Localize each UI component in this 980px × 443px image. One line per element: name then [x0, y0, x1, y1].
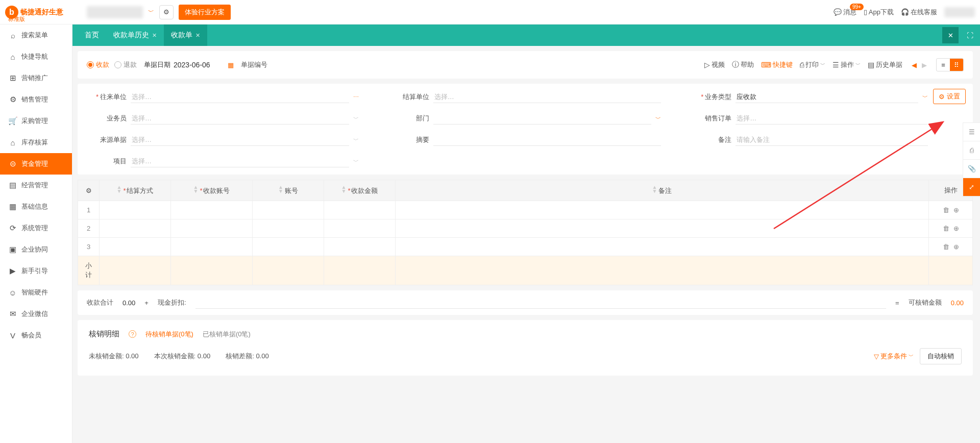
- sidebar-item-9[interactable]: ⟳系统管理: [0, 217, 72, 239]
- close-all-tabs-button[interactable]: ✕: [942, 27, 959, 43]
- delete-icon[interactable]: 🗑: [943, 206, 949, 214]
- print-link[interactable]: ⎙打印﹀: [800, 60, 825, 69]
- sidebar-item-6[interactable]: ⊝资金管理: [0, 153, 72, 175]
- cell-amount[interactable]: [324, 219, 396, 238]
- float-attach-button[interactable]: 📎: [963, 160, 980, 178]
- cell-settle[interactable]: [100, 201, 171, 219]
- cell-acctno[interactable]: [253, 219, 324, 238]
- cash-discount-input[interactable]: [195, 297, 887, 309]
- settle-unit-input[interactable]: [433, 91, 662, 103]
- shortcut-link[interactable]: ⌨快捷键: [761, 60, 793, 69]
- sales-order-input[interactable]: [736, 112, 928, 125]
- sidebar-item-14[interactable]: V畅会员: [0, 325, 72, 346]
- delete-icon[interactable]: 🗑: [943, 225, 949, 232]
- trial-industry-button[interactable]: 体验行业方案: [179, 5, 231, 20]
- float-expand-button[interactable]: ⤢: [963, 178, 980, 196]
- sidebar-item-7[interactable]: ▤经营管理: [0, 175, 72, 196]
- help-icon[interactable]: ?: [129, 330, 136, 338]
- radio-receive[interactable]: 收款: [87, 60, 109, 69]
- sidebar-item-13[interactable]: ✉企业微信: [0, 303, 72, 325]
- nav-prev-button[interactable]: ◀: [910, 61, 919, 69]
- sidebar-item-5[interactable]: ⌂库存核算: [0, 132, 72, 153]
- cell-acctno[interactable]: [253, 201, 324, 219]
- sidebar-item-12[interactable]: ☺智能硬件: [0, 282, 72, 303]
- add-row-icon[interactable]: ⊕: [953, 225, 959, 232]
- nav-next-button[interactable]: ▶: [920, 61, 929, 69]
- tab-0[interactable]: 首页: [78, 24, 106, 46]
- add-row-icon[interactable]: ⊕: [953, 243, 959, 251]
- verify-tab-pending[interactable]: 待核销单据(0笔): [145, 330, 193, 339]
- chevron-down-icon[interactable]: ﹀: [353, 136, 359, 144]
- table-row[interactable]: 2🗑⊕: [78, 219, 973, 238]
- project-input[interactable]: [131, 155, 349, 167]
- remark-input[interactable]: [736, 134, 928, 146]
- video-link[interactable]: ▷视频: [704, 60, 725, 69]
- cell-settle[interactable]: [100, 219, 171, 238]
- online-support-link[interactable]: 🎧 在线客服: [901, 8, 937, 17]
- table-row[interactable]: 1🗑⊕: [78, 201, 973, 219]
- sidebar-item-11[interactable]: ▶新手引导: [0, 260, 72, 282]
- cell-amount[interactable]: [324, 238, 396, 256]
- cell-acct[interactable]: [171, 219, 253, 238]
- radio-refund[interactable]: 退款: [114, 60, 137, 69]
- sidebar-item-1[interactable]: ⌂快捷导航: [0, 46, 72, 67]
- view-list-button[interactable]: ≡: [937, 59, 950, 71]
- chevron-down-icon[interactable]: ﹀: [353, 158, 359, 165]
- verify-tab-done[interactable]: 已核销单据(0笔): [203, 330, 251, 339]
- tab-2[interactable]: 收款单✕: [164, 24, 207, 46]
- col-receipt-account[interactable]: ▲▼*收款账号: [171, 180, 253, 201]
- float-draft-button[interactable]: ☰: [963, 123, 980, 141]
- add-row-icon[interactable]: ⊕: [953, 206, 959, 214]
- history-link[interactable]: ▤历史单据: [868, 60, 902, 69]
- messages-link[interactable]: 💬 消息 99+: [834, 8, 856, 17]
- table-row[interactable]: 3🗑⊕: [78, 238, 973, 256]
- chevron-down-icon[interactable]: ﹀: [922, 93, 928, 101]
- chevron-down-icon[interactable]: ﹀: [148, 8, 154, 16]
- close-icon[interactable]: ✕: [152, 32, 157, 39]
- col-account-no[interactable]: ▲▼账号: [253, 180, 324, 201]
- cell-acctno[interactable]: [253, 238, 324, 256]
- settings-button[interactable]: ⚙ 设置: [933, 89, 966, 104]
- sidebar-item-0[interactable]: ⌕搜索菜单: [0, 24, 72, 46]
- col-settle-method[interactable]: ▲▼*结算方式: [100, 180, 171, 201]
- cell-acct[interactable]: [171, 201, 253, 219]
- sidebar-item-10[interactable]: ▣企业协同: [0, 239, 72, 260]
- cell-remark[interactable]: [396, 201, 929, 219]
- operate-link[interactable]: ☰操作﹀: [832, 60, 861, 69]
- col-remark[interactable]: ▲▼备注: [396, 180, 929, 201]
- table-config-header[interactable]: ⚙: [78, 180, 100, 201]
- dept-input[interactable]: [433, 112, 652, 125]
- cell-settle[interactable]: [100, 238, 171, 256]
- biz-type-input[interactable]: [736, 91, 918, 103]
- cell-acct[interactable]: [171, 238, 253, 256]
- more-icon[interactable]: ⋯: [353, 94, 359, 101]
- col-amount[interactable]: ▲▼*收款金额: [324, 180, 396, 201]
- cell-remark[interactable]: [396, 238, 929, 256]
- close-icon[interactable]: ✕: [195, 32, 200, 39]
- calendar-icon[interactable]: ▦: [228, 61, 234, 69]
- chevron-down-icon[interactable]: ﹀: [655, 115, 661, 122]
- sidebar-item-2[interactable]: ⊞营销推广: [0, 67, 72, 89]
- sidebar-item-3[interactable]: ⚙销售管理: [0, 89, 72, 110]
- tab-1[interactable]: 收款单历史✕: [106, 24, 164, 46]
- clerk-input[interactable]: [131, 112, 349, 125]
- app-download-link[interactable]: ▯ App下载: [864, 8, 894, 17]
- more-conditions-link[interactable]: ▽ 更多条件 ﹀: [874, 352, 914, 361]
- chevron-down-icon[interactable]: ﹀: [353, 115, 359, 122]
- float-print-button[interactable]: ⎙: [963, 141, 980, 160]
- sidebar-item-8[interactable]: ▦基础信息: [0, 196, 72, 217]
- src-doc-input[interactable]: [131, 134, 349, 146]
- doc-date-input[interactable]: [174, 61, 225, 69]
- writable-label: 可核销金额: [909, 298, 942, 307]
- view-form-button[interactable]: ⠿: [950, 59, 963, 71]
- partner-input[interactable]: [131, 91, 349, 103]
- fullscreen-button[interactable]: ⛶: [962, 27, 978, 43]
- summary-input[interactable]: [433, 134, 662, 146]
- delete-icon[interactable]: 🗑: [943, 243, 949, 251]
- cell-amount[interactable]: [324, 201, 396, 219]
- help-link[interactable]: ⓘ帮助: [732, 60, 754, 69]
- settings-gear-button[interactable]: ⚙: [159, 5, 174, 19]
- auto-verify-button[interactable]: 自动核销: [920, 348, 962, 364]
- cell-remark[interactable]: [396, 219, 929, 238]
- sidebar-item-4[interactable]: 🛒采购管理: [0, 110, 72, 132]
